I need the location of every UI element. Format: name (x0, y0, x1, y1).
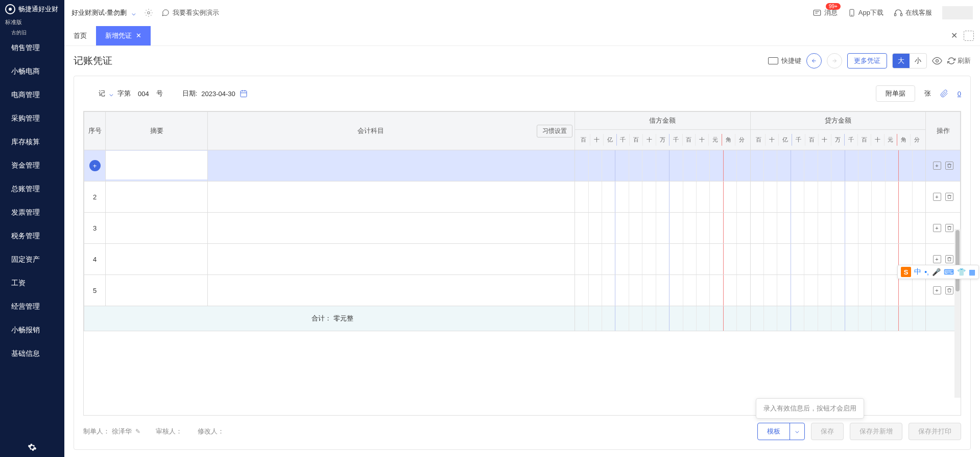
debit-cell[interactable] (575, 181, 750, 213)
copy-row-icon[interactable]: + (933, 224, 941, 232)
demo-text: 我要看实例演示 (173, 8, 219, 17)
nav-item-ledger[interactable]: 总账管理 (0, 177, 64, 201)
settings-button[interactable] (0, 438, 64, 457)
paperclip-icon[interactable] (940, 89, 948, 98)
org-selector[interactable]: 好业财测试-量勿删 ⌵ (71, 8, 136, 17)
habit-button[interactable]: 习惯设置 (537, 125, 572, 138)
shortcut-label: 快捷键 (781, 56, 801, 65)
delete-row-icon[interactable] (945, 193, 953, 201)
debit-cell[interactable] (575, 213, 750, 244)
table-row[interactable]: ++ (84, 150, 961, 181)
link-count[interactable]: 0 (958, 90, 961, 98)
ime-toolbox-icon[interactable]: ▦ (969, 268, 975, 276)
nav-item-assets[interactable]: 固定资产 (0, 248, 64, 271)
next-button[interactable] (827, 53, 842, 68)
delete-row-icon[interactable] (945, 162, 953, 170)
delete-row-icon[interactable] (945, 255, 953, 263)
chevron-down-icon: ⌵ (132, 9, 136, 17)
add-row-button[interactable]: + (89, 160, 101, 171)
subject-cell[interactable] (208, 275, 575, 306)
prev-button[interactable] (806, 53, 822, 68)
credit-cell[interactable] (750, 275, 925, 306)
template-button[interactable]: 模板 ⌵ (757, 423, 805, 440)
table-row[interactable]: 5+ (84, 275, 961, 306)
debit-cell[interactable] (575, 244, 750, 275)
debit-cell[interactable] (575, 275, 750, 306)
nav-item-ecommerce[interactable]: 小畅电商 (0, 60, 64, 83)
size-small-button[interactable]: 小 (910, 54, 926, 68)
nav-item-inventory[interactable]: 库存核算 (0, 130, 64, 154)
credit-cell[interactable] (750, 181, 925, 213)
nav-item-tax[interactable]: 税务管理 (0, 224, 64, 248)
voucher-table: 序号 摘要 会计科目 习惯设置 借方金额 贷方金额 (83, 111, 961, 416)
summary-cell[interactable] (106, 244, 208, 275)
nav-item-biz[interactable]: 经营管理 (0, 295, 64, 318)
ime-skin-icon[interactable]: 👕 (957, 268, 966, 276)
fullscreen-icon[interactable] (964, 31, 974, 41)
ime-punct-icon[interactable]: •, (924, 268, 929, 276)
credit-cell[interactable] (750, 213, 925, 244)
table-row[interactable]: 4+ (84, 244, 961, 275)
service-button[interactable]: 在线客服 (894, 8, 932, 17)
credit-digits: 百十亿千百十万千百十元角分 (750, 130, 925, 150)
summary-cell[interactable] (106, 213, 208, 244)
size-large-button[interactable]: 大 (893, 54, 910, 68)
messages-button[interactable]: 消息 99+ (812, 8, 838, 17)
user-area[interactable] (942, 6, 973, 19)
summary-cell[interactable] (106, 275, 208, 306)
nav-item-salary[interactable]: 工资 (0, 271, 64, 295)
gear-icon[interactable] (144, 8, 153, 17)
chevron-down-icon[interactable]: ⌵ (109, 90, 113, 98)
ime-keyboard-icon[interactable]: ⌨ (944, 268, 954, 276)
close-all-icon[interactable]: ✕ (951, 31, 958, 40)
copy-row-icon[interactable]: + (933, 286, 941, 294)
edit-icon[interactable]: ✎ (135, 428, 140, 435)
tab-new-voucher[interactable]: 新增凭证 ✕ (96, 26, 151, 45)
voucher-number[interactable]: 004 (135, 89, 152, 99)
scrollbar[interactable] (954, 229, 961, 398)
nav-item-funds[interactable]: 资金管理 (0, 154, 64, 177)
summary-cell[interactable] (106, 150, 208, 181)
nav-item-expense[interactable]: 小畅报销 (0, 318, 64, 342)
copy-row-icon[interactable]: + (933, 193, 941, 201)
refresh-button[interactable]: 刷新 (947, 56, 971, 65)
copy-row-icon[interactable]: + (933, 162, 941, 170)
more-vouchers-button[interactable]: 更多凭证 (847, 53, 887, 68)
calendar-icon[interactable] (240, 89, 248, 98)
nav-item[interactable]: 古的旧 (0, 29, 64, 36)
eye-icon[interactable] (932, 56, 942, 66)
app-download-button[interactable]: App下载 (848, 8, 883, 17)
table-row[interactable]: 3+ (84, 213, 961, 244)
nav-item-purchase[interactable]: 采购管理 (0, 107, 64, 130)
shortcut-button[interactable]: 快捷键 (768, 56, 801, 65)
delete-row-icon[interactable] (945, 224, 953, 232)
nav-item-invoice[interactable]: 发票管理 (0, 201, 64, 224)
app-label: App下载 (858, 8, 883, 17)
debit-cell[interactable] (575, 150, 750, 181)
attach-button[interactable]: 附单据 (876, 85, 915, 102)
prefix-select[interactable]: 记 (99, 89, 105, 98)
tab-home[interactable]: 首页 (64, 26, 96, 45)
summary-cell[interactable] (106, 181, 208, 213)
close-icon[interactable]: ✕ (136, 32, 141, 39)
ime-mic-icon[interactable]: 🎤 (932, 268, 941, 276)
ime-toolbar[interactable]: S 中 •, 🎤 ⌨ 👕 ▦ (897, 265, 979, 279)
subject-cell[interactable] (208, 181, 575, 213)
nav-item-ecom-mgmt[interactable]: 电商管理 (0, 83, 64, 107)
copy-row-icon[interactable]: + (933, 255, 941, 263)
zidi-label: 字第 (117, 89, 131, 98)
demo-link[interactable]: 我要看实例演示 (161, 8, 219, 17)
date-input[interactable]: 2023-04-30 (201, 90, 235, 98)
table-row[interactable]: 2+ (84, 181, 961, 213)
subject-cell[interactable] (208, 213, 575, 244)
logo-icon (5, 4, 15, 14)
message-icon (812, 8, 822, 17)
subject-cell[interactable] (208, 150, 575, 181)
nav-item-sales[interactable]: 销售管理 (0, 36, 64, 60)
ime-lang[interactable]: 中 (914, 267, 921, 277)
summary-input[interactable] (106, 151, 207, 179)
delete-row-icon[interactable] (945, 286, 953, 294)
nav-item-base[interactable]: 基础信息 (0, 342, 64, 365)
subject-cell[interactable] (208, 244, 575, 275)
credit-cell[interactable] (750, 150, 925, 181)
